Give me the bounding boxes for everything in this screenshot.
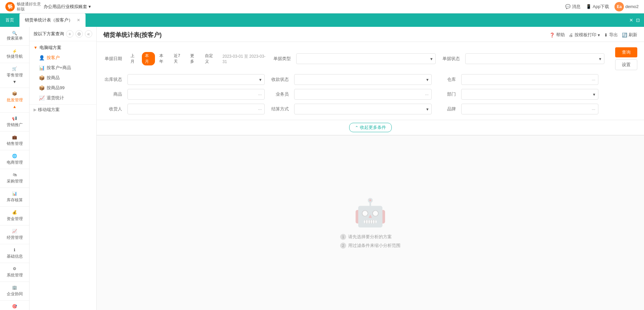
sidebar: 🔍 搜索菜单 ⚡ 快捷导航 🛒 零售管理 ▼ 📦 批发管理 ▲ 📢 营销推广 💼… — [0, 27, 30, 310]
date-btn-this-month[interactable]: 本月 — [142, 52, 155, 65]
add-scheme-btn[interactable]: + — [66, 30, 73, 38]
sidebar-item-enterprise[interactable]: 🏢 企业协同 — [0, 282, 29, 301]
app-download-btn[interactable]: 📱 App下载 — [586, 4, 609, 10]
tab-home[interactable]: 首页 — [0, 13, 19, 27]
download-icon: 📱 — [586, 4, 591, 9]
date-shortcuts: 上月 本月 本年 近7天 更多 自定义 — [127, 52, 218, 65]
user-icon: 👤 — [39, 55, 45, 60]
receiver-select[interactable]: ··· — [127, 104, 265, 114]
product-dots[interactable]: ··· — [258, 92, 262, 97]
settings-btn[interactable]: 设置 — [615, 59, 637, 70]
brand-select[interactable]: ··· — [461, 104, 598, 114]
sidebar-item-purchase[interactable]: 🛍 采购管理 — [0, 169, 29, 188]
basic-icon: ℹ — [14, 248, 15, 252]
logo-text: 畅捷通好生意 标版 — [17, 2, 41, 11]
scheme-group-mobile[interactable]: ▶ 移动端方案 — [30, 104, 96, 115]
department-select[interactable]: ▾ — [461, 89, 598, 100]
chevron-down-icon3: ▾ — [259, 77, 262, 82]
collapse-panel-btn[interactable]: « — [85, 30, 92, 38]
sidebar-search[interactable]: 🔍 搜索菜单 — [0, 27, 29, 46]
tab-sales-stat[interactable]: 销货单统计表（按客户） ✕ — [19, 13, 86, 27]
newuser-icon: 🎯 — [12, 304, 17, 309]
search-icon: 🔍 — [3, 31, 26, 36]
logo-icon: 畅 — [5, 2, 15, 11]
print-btn[interactable]: 🖨 按模板打印 ▾ — [569, 32, 600, 38]
date-btn-last-month[interactable]: 上月 — [127, 52, 141, 65]
empty-illustration: 🤖 — [354, 197, 387, 228]
refresh-btn[interactable]: 🔄 刷新 — [622, 32, 637, 38]
empty-tips: 1 请先选择要分析的方案 2 用过滤条件来缩小分析范围 — [340, 234, 400, 249]
warehouse-label: 仓库 — [437, 76, 456, 83]
sidebar-item-finance[interactable]: 💰 资金管理 — [0, 207, 29, 225]
sidebar-item-wholesale[interactable]: 📦 批发管理 ▲ — [0, 88, 29, 113]
message-btn[interactable]: 💬 消息 — [565, 4, 581, 10]
bill-type-select[interactable]: ▾ — [296, 53, 435, 64]
enterprise-icon: 🏢 — [12, 285, 17, 290]
sidebar-item-newuser[interactable]: 🎯 新手引导 — [0, 301, 29, 310]
maximize-icon[interactable]: ⊡ — [636, 17, 640, 23]
scheme-item-by-customer-product[interactable]: 📊 按客户+商品 — [30, 63, 96, 73]
empty-tip-2: 2 用过滤条件来缩小分析范围 — [340, 243, 400, 249]
sidebar-item-marketing[interactable]: 📢 营销推广 — [0, 113, 29, 132]
operation-icon: 📈 — [12, 229, 17, 234]
expand-icon: ▲ — [13, 104, 17, 109]
content-area: 销货单统计表(按客户) ❓ 帮助 🖨 按模板打印 ▾ ⬇ 导出 🔄 刷新 — [97, 27, 644, 310]
help-btn[interactable]: ❓ 帮助 — [549, 32, 565, 38]
date-btn-last-7days[interactable]: 近7天 — [171, 52, 186, 65]
sidebar-item-operation[interactable]: 📈 经营管理 — [0, 225, 29, 244]
avatar: Ea — [614, 2, 624, 11]
retail-icon: 🛒 — [12, 66, 17, 71]
brand-dots[interactable]: ··· — [592, 107, 595, 112]
filter-row-3: 商品 ··· 业务员 ··· 部门 — [103, 89, 637, 100]
tab-maximize-area: ✕ ⊡ — [629, 17, 644, 23]
out-status-select[interactable]: ▾ — [127, 74, 265, 85]
scheme-selector[interactable]: 办公用品行业模拟账套 ▾ — [44, 4, 91, 10]
warehouse-dots[interactable]: ··· — [592, 77, 595, 82]
sidebar-quick-nav[interactable]: ⚡ 快捷导航 — [0, 46, 29, 63]
sidebar-item-basic[interactable]: ℹ 基础信息 — [0, 244, 29, 263]
chevron-down-icon2: ▾ — [599, 56, 601, 61]
salesperson-select[interactable]: ··· — [294, 89, 431, 100]
user-area[interactable]: Ea demo2 — [614, 2, 639, 11]
marketing-icon: 📢 — [12, 116, 17, 121]
bill-status-select[interactable]: ▾ — [465, 53, 604, 64]
scheme-item-by-customer[interactable]: 👤 按客户 — [30, 53, 96, 63]
date-btn-more[interactable]: 更多 — [187, 52, 200, 65]
settlement-select[interactable]: ▾ — [294, 104, 431, 114]
edit-scheme-btn[interactable]: ⚙ — [75, 30, 83, 38]
product-select[interactable]: ··· — [127, 89, 265, 100]
sidebar-item-retail[interactable]: 🛒 零售管理 ▼ — [0, 63, 29, 88]
scheme-item-return-stat[interactable]: 📈 退货统计 — [30, 93, 96, 103]
receiver-dots[interactable]: ··· — [258, 107, 262, 112]
date-btn-custom[interactable]: 自定义 — [202, 52, 219, 65]
ecommerce-icon: 🌐 — [12, 154, 17, 158]
date-btn-this-year[interactable]: 本年 — [156, 52, 169, 65]
header-left: 畅 畅捷通好生意 标版 办公用品行业模拟账套 ▾ — [5, 2, 91, 11]
chevron-down-icon5: ▾ — [593, 92, 595, 97]
filter-row-4: 收货人 ··· 结算方式 ▾ 品牌 — [103, 104, 637, 114]
left-panel-header: 按以下方案查询 + ⚙ « — [30, 27, 96, 41]
chevron-right-icon: ▶ — [34, 107, 37, 112]
scheme-group-desktop-header[interactable]: ▼ 电脑端方案 — [30, 43, 96, 53]
salesperson-dots[interactable]: ··· — [425, 92, 429, 97]
sidebar-item-ecommerce[interactable]: 🌐 电商管理 — [0, 150, 29, 169]
sidebar-item-sales[interactable]: 💼 销售管理 — [0, 132, 29, 150]
scheme-item-by-product-99[interactable]: 📦 按商品99 — [30, 83, 96, 93]
tab-close-icon[interactable]: ✕ — [77, 18, 80, 22]
page-actions: ❓ 帮助 🖨 按模板打印 ▾ ⬇ 导出 🔄 刷新 — [549, 32, 637, 38]
scheme-item-by-product[interactable]: 📦 按商品 — [30, 73, 96, 83]
sidebar-item-inventory[interactable]: 📊 库存核算 — [0, 188, 29, 207]
date-label: 单据日期 — [103, 56, 122, 62]
wholesale-icon: 📦 — [12, 91, 17, 96]
purchase-icon: 🛍 — [13, 172, 17, 177]
chevron-down-icon: ▾ — [430, 56, 433, 61]
collapse-more-btn[interactable]: ⌃ 收起更多条件 — [349, 123, 392, 132]
salesperson-label: 业务员 — [270, 91, 289, 97]
sidebar-item-system[interactable]: ⚙ 系统管理 — [0, 263, 29, 282]
close-window-icon[interactable]: ✕ — [629, 17, 633, 23]
dropdown-icon: ▾ — [89, 4, 91, 9]
export-btn[interactable]: ⬇ 导出 — [604, 32, 618, 38]
receipt-status-select[interactable]: ▾ — [294, 74, 431, 85]
query-btn[interactable]: 查询 — [615, 47, 637, 57]
warehouse-select[interactable]: ··· — [461, 74, 598, 85]
